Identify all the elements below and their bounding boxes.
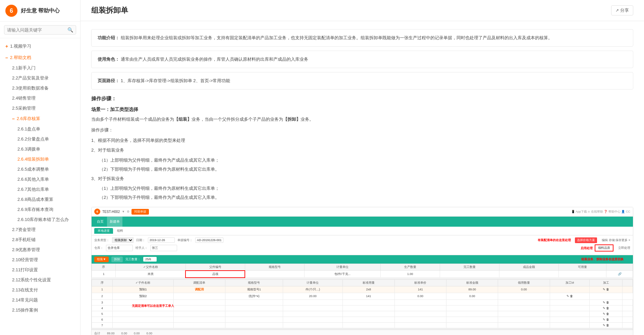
- page-title: 组装拆卸单: [91, 5, 128, 15]
- sidebar-item-docs-264[interactable]: 2.6.4组装拆卸单: [0, 154, 80, 164]
- search-input[interactable]: [7, 27, 67, 33]
- sim-num: AD-20191226-001: [195, 237, 223, 243]
- nav-section-video: + 1.视频学习: [0, 41, 80, 52]
- share-icon: ↗: [615, 8, 619, 13]
- steps-intro: 操作步骤：: [91, 126, 633, 134]
- sidebar-item-docs-29[interactable]: 2.9优惠券管理: [0, 245, 80, 255]
- sidebar-item-docs-265[interactable]: 2.6.5成本调整单: [0, 164, 80, 174]
- sim-nav-home[interactable]: 自页: [94, 217, 106, 227]
- annotation3: 启用处理: [581, 246, 593, 250]
- table-row: 1 米类 品项 包/件/千克... 1.00 🔗: [92, 271, 633, 278]
- main-header: 组装拆卸单 ↗ 分享: [80, 0, 644, 21]
- sim-company: TEST-H002: [102, 210, 120, 214]
- role-text: 通常由生产人员或库管人员完成拆装业务的操作，库管人员确认原材料的出库和产成品的入…: [121, 57, 308, 62]
- step3: 3、对于拆装业务: [91, 175, 633, 182]
- step2: 2、对于组装业务: [91, 146, 633, 154]
- sim-disassembly-btn[interactable]: 拆卸: [111, 257, 123, 262]
- sim-top-bar: 6 TEST-H002 ▼ ⚙ 同期单据 📱 App下载 ⊙ 在线帮助 ❓ 帮助…: [92, 207, 633, 217]
- sidebar-item-docs-213[interactable]: 2.13在线支付: [0, 285, 80, 295]
- sidebar-item-docs-262[interactable]: 2.6.2分量盘点单: [0, 134, 80, 144]
- sidebar: 6 好生意 帮助中心 🔍 + 1.视频学习 – 2.帮助文档 2.1新手入门 2…: [0, 0, 80, 335]
- sim-handler: 张三: [150, 245, 177, 251]
- sidebar-item-docs-211[interactable]: 2.11打印设置: [0, 265, 80, 275]
- path-text: 1、库存核算->库存管理->组装拆卸单 2、首页->常用功能: [121, 78, 230, 83]
- sim-quality-input[interactable]: 领料品质: [595, 244, 613, 252]
- sim-tab-bar: 本地进度 组料: [92, 227, 633, 235]
- sidebar-item-docs-21[interactable]: 2.1新手入门: [0, 63, 80, 73]
- sidebar-item-docs-268[interactable]: 2.6.8商品成本重算: [0, 194, 80, 205]
- sidebar-item-docs-215[interactable]: 2.15操作案例: [0, 305, 80, 315]
- step1: 1、根据不同的业务，选择不同单据的类型来处理: [91, 136, 633, 144]
- search-icon[interactable]: 🔍: [67, 27, 73, 33]
- footer-val4: 0.00: [147, 332, 153, 335]
- intro-block: 功能介绍： 组装拆卸单用来处理企业组装或拆卸等加工业务，支持有固定装配清单的产品…: [91, 29, 633, 47]
- sim-logo: 6: [94, 209, 100, 215]
- sim-assembly-btn[interactable]: 组装▼: [94, 257, 109, 262]
- intro-label: 功能介绍：: [98, 35, 119, 40]
- step3-2: （2）下部明细为子件明细，最终作为产成品生成其它入库单。: [91, 193, 633, 201]
- nav-list: + 1.视频学习 – 2.帮助文档 2.1新手入门 2.2产品安装及登录 2.3…: [0, 38, 80, 335]
- path-block: 页面路径： 1、库存核算->库存管理->组装拆卸单 2、首页->常用功能: [91, 72, 633, 90]
- logo-icon: 6: [5, 5, 17, 17]
- sim-type-switch: 组装▼ 拆卸 完工数量： 25/6 组装业务、拆卸业务在这里切换 ↗: [92, 255, 633, 264]
- sidebar-item-docs-26[interactable]: – 2.6库存核算: [0, 113, 80, 124]
- role-block: 使用角色： 通常由生产人员或库管人员完成拆装业务的操作，库管人员确认原材料的出库…: [91, 51, 633, 68]
- table-row: 6✎ 🗑: [92, 317, 633, 322]
- nav-section-docs: – 2.帮助文档 2.1新手入门 2.2产品安装及登录 2.3使用前数据准备 2…: [0, 52, 80, 315]
- footer-val3: 0.00: [134, 332, 140, 335]
- annotation1: 有装配清单的在这里处理: [538, 238, 571, 242]
- sidebar-item-docs-263[interactable]: 2.6.3调拨单: [0, 144, 80, 154]
- sim-footer: 合计 89.00 0.00 0.00 0.00: [92, 330, 633, 335]
- sidebar-item-video[interactable]: + 1.视频学习: [0, 41, 80, 52]
- sidebar-item-docs-210[interactable]: 2.10经营管理: [0, 255, 80, 265]
- plus-icon: +: [5, 44, 8, 49]
- sidebar-item-docs-261[interactable]: 2.6.1盘点单: [0, 124, 80, 134]
- sidebar-item-docs-214[interactable]: 2.14常见问题: [0, 295, 80, 305]
- sidebar-item-docs-2610[interactable]: 2.6.10库存账本错了怎么办: [0, 215, 80, 225]
- logo-area: 6 好生意 帮助中心: [0, 0, 80, 22]
- annotation4: 无固定清单可以在这里手工录入: [132, 304, 174, 308]
- sidebar-item-docs-269[interactable]: 2.6.9库存账本查询: [0, 205, 80, 215]
- sim-nav-new[interactable]: 新建单: [107, 217, 122, 227]
- sim-lower-wrapper: 序 ✓子件名称 调配清单 规格型号 计量单位 标准用量 标准单价 标准金额 领用…: [92, 279, 633, 328]
- sim-plan-btn[interactable]: 选择价格方案: [575, 237, 597, 243]
- sidebar-item-docs-22[interactable]: 2.2产品安装及登录: [0, 73, 80, 83]
- footer-val1: 89.00: [107, 332, 115, 335]
- sidebar-item-docs-24[interactable]: 2.4销售管理: [0, 93, 80, 103]
- main-content: 组装拆卸单 ↗ 分享 功能介绍： 组装拆卸单用来处理企业组装或拆卸等加工业务，支…: [80, 0, 644, 335]
- sim-tab-2[interactable]: 组料: [114, 228, 126, 234]
- search-area: 🔍: [0, 22, 80, 38]
- table-row: 7✎ 🗑: [92, 322, 633, 328]
- sim-complete-qty[interactable]: 25/6: [143, 257, 157, 262]
- sim-form-wrapper: 业务类型： 组装拆卸 日期： 2019-12-26 单据编号： AD-20191…: [92, 235, 633, 255]
- share-button[interactable]: ↗ 分享: [611, 5, 633, 15]
- sidebar-item-docs-267[interactable]: 2.6.7其他出库单: [0, 184, 80, 194]
- sim-date: 2019-12-26: [148, 237, 175, 243]
- sidebar-item-docs-266[interactable]: 2.6.6其他入库单: [0, 174, 80, 184]
- sim-form-area: 业务类型： 组装拆卸 日期： 2019-12-26 单据编号： AD-20191…: [92, 235, 633, 255]
- sim-tab-1[interactable]: 本地进度: [94, 228, 113, 234]
- minus-icon: –: [5, 55, 8, 60]
- sidebar-item-docs-27[interactable]: 2.7资金管理: [0, 225, 80, 235]
- sidebar-item-docs-212[interactable]: 2.12系统个性化设置: [0, 275, 80, 285]
- sidebar-item-docs-23[interactable]: 2.3使用前数据准备: [0, 83, 80, 93]
- sim-type-select[interactable]: 组装拆卸: [112, 237, 133, 243]
- step3-1: （1）上部明细为父件明细，最终作为原材料生成其它出库单；: [91, 184, 633, 192]
- sidebar-item-docs[interactable]: – 2.帮助文档: [0, 52, 80, 63]
- role-label: 使用角色：: [98, 57, 119, 62]
- table-row: 2 预制2 优(件*4) 20.00 141 0.00 0.00 ✎ �: [92, 293, 633, 299]
- step2-2: （2）下部明细为子件明细，最终作为原材料生成其它出库单。: [91, 165, 633, 173]
- scene1-title: 场景一：加工类型选择: [91, 107, 633, 113]
- step2-1: （1）上部明细为父件明细，最终作为产成品生成其它入库单；: [91, 156, 633, 164]
- minus-icon-26: –: [12, 116, 15, 121]
- scene1-desc: 当由多个子件材料组装成一个成品的业务为【组装】业务，当由一个父件拆分成多个子产品…: [91, 115, 633, 123]
- footer-val2: 0.00: [121, 332, 127, 335]
- sim-nav-bar: 自页 新建单: [92, 217, 633, 227]
- sim-upper-table: 序 ✓父件名称 父件编号 规格型号 计量单位 生产数量 完工数量 成品金额 可用…: [92, 264, 633, 278]
- annotation2: 组装业务、拆卸业务在这里切换: [581, 257, 624, 262]
- sidebar-item-docs-28[interactable]: 2.8手机旺铺: [0, 235, 80, 245]
- sim-search-btn[interactable]: 同期单据: [131, 209, 149, 215]
- sidebar-item-docs-25[interactable]: 2.5采购管理: [0, 103, 80, 113]
- sim-warehouse: 合并仓库: [106, 245, 133, 251]
- table-row: 5✎ 🗑: [92, 311, 633, 317]
